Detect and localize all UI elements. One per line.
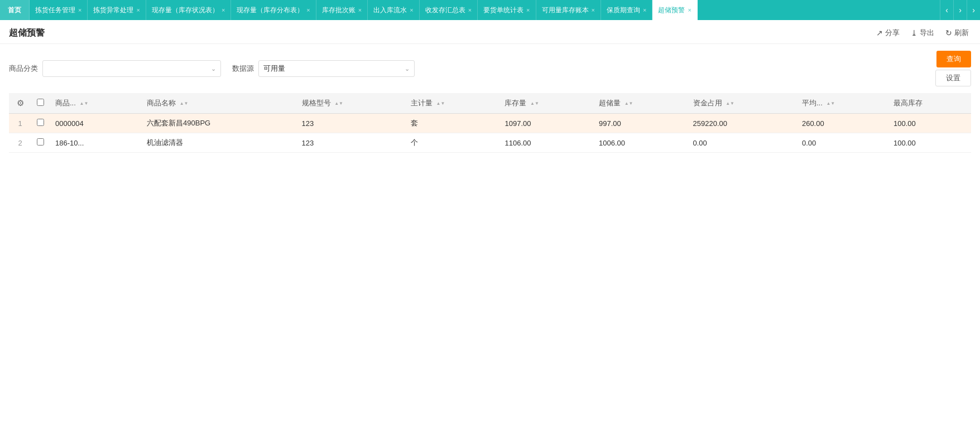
row-name-1: 机油滤清器 xyxy=(141,133,296,153)
close-tab-1[interactable]: × xyxy=(78,7,81,13)
col-code: 商品... ▲▼ xyxy=(50,93,141,114)
close-tab-7[interactable]: × xyxy=(468,7,472,13)
col-overflow: 超储量 ▲▼ xyxy=(593,93,688,114)
close-tab-3[interactable]: × xyxy=(222,7,225,13)
row-overflow-0: 997.00 xyxy=(593,114,688,133)
close-tab-11[interactable]: × xyxy=(688,7,691,13)
table-header-row: ⚙ 商品... ▲▼ 商品名称 ▲▼ 规格型号 ▲▼ xyxy=(9,93,971,114)
col-name: 商品名称 ▲▼ xyxy=(141,93,296,114)
col-checkbox-header xyxy=(31,93,50,114)
table-body: 1 0000004 六配套新昌490BPG 123 套 1097.00 997.… xyxy=(9,114,971,153)
page-header: 超储预警 ↗ 分享 ⤓ 导出 ↻ 刷新 xyxy=(0,20,980,44)
select-all-checkbox[interactable] xyxy=(37,99,44,106)
sort-spec-icon[interactable]: ▲▼ xyxy=(334,101,343,106)
row-spec-0: 123 xyxy=(296,114,405,133)
nav-bar: 首页 拣货任务管理 × 拣货异常处理 × 现存量（库存状况表） × 现存量（库存… xyxy=(0,0,980,20)
nav-tab-4[interactable]: 现存量（库存分布表） × xyxy=(231,0,316,20)
table-container: ⚙ 商品... ▲▼ 商品名称 ▲▼ 规格型号 ▲▼ xyxy=(0,93,980,153)
share-button[interactable]: ↗ 分享 xyxy=(874,27,902,39)
sort-name-icon[interactable]: ▲▼ xyxy=(180,101,189,106)
row-maxstock-0: 100.00 xyxy=(888,114,971,133)
table-row: 1 0000004 六配套新昌490BPG 123 套 1097.00 997.… xyxy=(9,114,971,133)
nav-arrows: ‹ › › xyxy=(940,0,980,20)
refresh-icon: ↻ xyxy=(945,28,952,37)
sort-avg-icon[interactable]: ▲▼ xyxy=(826,101,835,106)
sort-stock-icon[interactable]: ▲▼ xyxy=(530,101,539,106)
row-num-1: 2 xyxy=(9,133,31,153)
nav-tab-11-active[interactable]: 超储预警 × xyxy=(652,0,697,20)
page-container: 超储预警 ↗ 分享 ⤓ 导出 ↻ 刷新 商品分类 ⌄ 数据源 xyxy=(0,20,980,446)
data-table: ⚙ 商品... ▲▼ 商品名称 ▲▼ 规格型号 ▲▼ xyxy=(9,93,971,153)
row-avg-0: 260.00 xyxy=(796,114,888,133)
query-button[interactable]: 查询 xyxy=(936,51,971,67)
col-unit: 主计量 ▲▼ xyxy=(405,93,499,114)
datasource-label: 数据源 xyxy=(232,64,254,74)
row-code-1: 186-10... xyxy=(50,133,141,153)
nav-tab-6[interactable]: 出入库流水 × xyxy=(368,0,419,20)
refresh-button[interactable]: ↻ 刷新 xyxy=(943,27,971,39)
filter-group-category: 商品分类 ⌄ xyxy=(9,60,221,77)
row-num-0: 1 xyxy=(9,114,31,133)
row-unit-0: 套 xyxy=(405,114,499,133)
close-tab-9[interactable]: × xyxy=(592,7,595,13)
row-code-0: 0000004 xyxy=(50,114,141,133)
filter-buttons: 查询 设置 xyxy=(935,51,971,86)
nav-tab-2[interactable]: 拣货异常处理 × xyxy=(88,0,146,20)
close-tab-4[interactable]: × xyxy=(306,7,310,13)
col-spec: 规格型号 ▲▼ xyxy=(296,93,405,114)
datasource-select[interactable]: 可用量 ⌄ xyxy=(258,60,415,77)
close-tab-10[interactable]: × xyxy=(643,7,646,13)
row-checkbox-cell-0 xyxy=(31,114,50,133)
nav-home[interactable]: 首页 xyxy=(0,0,30,20)
filter-group-datasource: 数据源 可用量 ⌄ xyxy=(232,60,415,77)
col-stock: 库存量 ▲▼ xyxy=(499,93,593,114)
settings-button[interactable]: 设置 xyxy=(935,70,971,86)
nav-prev-arrow[interactable]: ‹ xyxy=(940,0,953,20)
col-avg: 平均... ▲▼ xyxy=(796,93,888,114)
share-icon: ↗ xyxy=(876,28,883,37)
export-button[interactable]: ⤓ 导出 xyxy=(909,27,936,39)
nav-next-arrow[interactable]: › xyxy=(953,0,967,20)
row-capital-1: 0.00 xyxy=(688,133,796,153)
col-gear: ⚙ xyxy=(9,93,31,114)
col-capital: 资金占用 ▲▼ xyxy=(688,93,796,114)
nav-tab-9[interactable]: 可用量库存账本 × xyxy=(536,0,601,20)
export-icon: ⤓ xyxy=(911,28,917,37)
nav-tab-10[interactable]: 保质期查询 × xyxy=(601,0,652,20)
datasource-select-value: 可用量 xyxy=(263,64,285,74)
row-checkbox-1[interactable] xyxy=(37,138,44,146)
row-stock-1: 1106.00 xyxy=(499,133,593,153)
nav-tab-3[interactable]: 现存量（库存状况表） × xyxy=(146,0,231,20)
sort-unit-icon[interactable]: ▲▼ xyxy=(436,101,445,106)
gear-icon[interactable]: ⚙ xyxy=(15,98,26,109)
nav-more-arrow[interactable]: › xyxy=(967,0,980,20)
sort-overflow-icon[interactable]: ▲▼ xyxy=(624,101,633,106)
row-overflow-1: 1006.00 xyxy=(593,133,688,153)
row-checkbox-0[interactable] xyxy=(37,119,44,126)
category-chevron-icon: ⌄ xyxy=(211,65,216,72)
sort-capital-icon[interactable]: ▲▼ xyxy=(726,101,734,106)
datasource-chevron-icon: ⌄ xyxy=(405,65,410,72)
nav-tab-8[interactable]: 要货单统计表 × xyxy=(478,0,536,20)
page-title: 超储预警 xyxy=(9,27,45,39)
close-tab-6[interactable]: × xyxy=(410,7,413,13)
row-checkbox-cell-1 xyxy=(31,133,50,153)
row-name-0: 六配套新昌490BPG xyxy=(141,114,296,133)
row-unit-1: 个 xyxy=(405,133,499,153)
close-tab-8[interactable]: × xyxy=(526,7,530,13)
sort-code-icon[interactable]: ▲▼ xyxy=(79,101,88,106)
row-maxstock-1: 100.00 xyxy=(888,133,971,153)
category-label: 商品分类 xyxy=(9,64,38,74)
table-row: 2 186-10... 机油滤清器 123 个 1106.00 1006.00 … xyxy=(9,133,971,153)
nav-tab-7[interactable]: 收发存汇总表 × xyxy=(420,0,478,20)
filter-area: 商品分类 ⌄ 数据源 可用量 ⌄ 查询 设置 xyxy=(0,44,980,93)
nav-tab-1[interactable]: 拣货任务管理 × xyxy=(30,0,88,20)
close-tab-2[interactable]: × xyxy=(136,7,140,13)
row-spec-1: 123 xyxy=(296,133,405,153)
row-capital-0: 259220.00 xyxy=(688,114,796,133)
row-avg-1: 0.00 xyxy=(796,133,888,153)
close-tab-5[interactable]: × xyxy=(358,7,362,13)
category-select[interactable]: ⌄ xyxy=(42,60,221,77)
nav-tab-5[interactable]: 库存批次账 × xyxy=(316,0,368,20)
header-actions: ↗ 分享 ⤓ 导出 ↻ 刷新 xyxy=(874,27,971,39)
